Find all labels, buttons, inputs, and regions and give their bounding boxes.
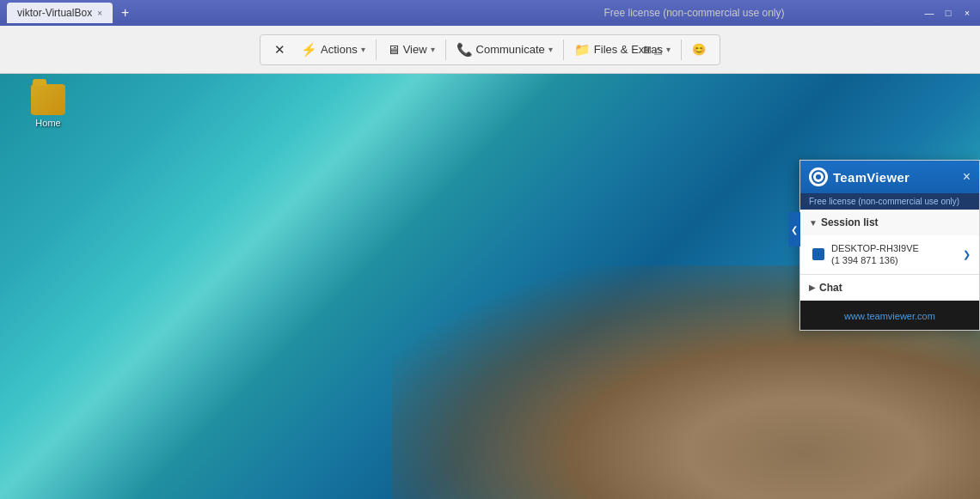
actions-button[interactable]: ⚡ Actions ▾ [294, 39, 372, 61]
session-item-arrow: ❯ [963, 249, 971, 260]
actions-chevron: ▾ [361, 45, 365, 54]
communicate-icon: 📞 [456, 42, 473, 58]
teamviewer-title: TeamViewer [833, 170, 910, 185]
chat-title: Chat [819, 282, 842, 294]
lightning-icon: ⚡ [301, 42, 317, 58]
new-tab-button[interactable]: + [116, 5, 134, 21]
view-label: View [403, 43, 427, 56]
minimize-button[interactable]: — [923, 7, 935, 19]
resize-icons: ⊞ △ [643, 44, 662, 56]
resize-icon-2: △ [654, 44, 662, 56]
home-icon-label: Home [35, 118, 60, 128]
communicate-chevron: ▾ [548, 45, 553, 54]
files-icon: 📁 [574, 42, 591, 58]
session-item[interactable]: DESKTOP-RH3I9VE (1 394 871 136) ❯ [800, 235, 979, 274]
toolbar-resize-controls: ⊞ △ [643, 44, 662, 56]
active-tab[interactable]: viktor-VirtualBox × [7, 3, 113, 23]
tv-circle-logo [812, 170, 825, 184]
home-desktop-icon[interactable]: Home [21, 84, 76, 128]
tab-bar: viktor-VirtualBox × + [7, 3, 465, 23]
emoji-button[interactable]: 😊 [685, 40, 713, 59]
session-list-title: Session list [821, 216, 879, 228]
tab-close-button[interactable]: × [97, 9, 102, 18]
tab-label: viktor-VirtualBox [17, 7, 92, 19]
teamviewer-panel: ❮ TeamViewer × Free license (non-commerc… [799, 160, 980, 331]
license-bar: Free license (non-commercial use only) [465, 7, 923, 19]
files-chevron: ▾ [666, 45, 671, 54]
session-device-name: DESKTOP-RH3I9VE (1 394 871 136) [831, 242, 956, 267]
toolbar-separator-3 [563, 40, 564, 60]
communicate-button[interactable]: 📞 Communicate ▾ [450, 39, 560, 61]
teamviewer-website-link[interactable]: www.teamviewer.com [844, 311, 935, 321]
view-button[interactable]: 🖥 View ▾ [380, 39, 442, 60]
chat-section[interactable]: ▶ Chat [800, 275, 979, 301]
session-list-section: ▼ Session list DESKTOP-RH3I9VE (1 394 87… [800, 210, 979, 275]
vbox-toolbar: ✕ ⚡ Actions ▾ 🖥 View ▾ 📞 Communicate ▾ 📁… [0, 26, 980, 74]
teamviewer-header: TeamViewer × [800, 161, 979, 193]
toolbar-separator-4 [681, 40, 682, 60]
chat-arrow: ▶ [809, 283, 816, 292]
teamviewer-logo-icon [809, 167, 828, 186]
close-button[interactable]: × [961, 7, 973, 19]
close-icon: ✕ [274, 42, 285, 58]
tv-footer: www.teamviewer.com [800, 301, 979, 330]
tv-panel-body: ▼ Session list DESKTOP-RH3I9VE (1 394 87… [800, 210, 979, 330]
folder-icon [31, 84, 65, 115]
view-icon: 🖥 [387, 42, 400, 57]
resize-icon-1: ⊞ [643, 44, 652, 56]
toolbar-separator-1 [376, 40, 377, 60]
tv-license-text: Free license (non-commercial use only) [800, 193, 979, 210]
toolbar-separator-2 [445, 40, 446, 60]
browser-controls: — □ × [923, 7, 973, 19]
session-list-arrow: ▼ [809, 218, 818, 228]
session-device-icon [812, 248, 824, 260]
emoji-icon: 😊 [692, 43, 706, 56]
desktop-background: Home ❮ TeamViewer × Free license (non-co… [0, 74, 980, 499]
maximize-button[interactable]: □ [942, 7, 954, 19]
session-list-header[interactable]: ▼ Session list [800, 210, 979, 235]
browser-chrome: viktor-VirtualBox × + Free license (non-… [0, 0, 980, 26]
virtual-desktop: Home ❮ TeamViewer × Free license (non-co… [0, 74, 980, 499]
tv-logo: TeamViewer [809, 167, 910, 186]
actions-label: Actions [321, 43, 358, 56]
sidebar-toggle-button[interactable]: ❮ [788, 212, 800, 246]
tv-close-button[interactable]: × [963, 169, 971, 185]
close-toolbar-button[interactable]: ✕ [267, 39, 292, 61]
communicate-label: Communicate [476, 43, 545, 56]
view-chevron: ▾ [431, 45, 435, 54]
